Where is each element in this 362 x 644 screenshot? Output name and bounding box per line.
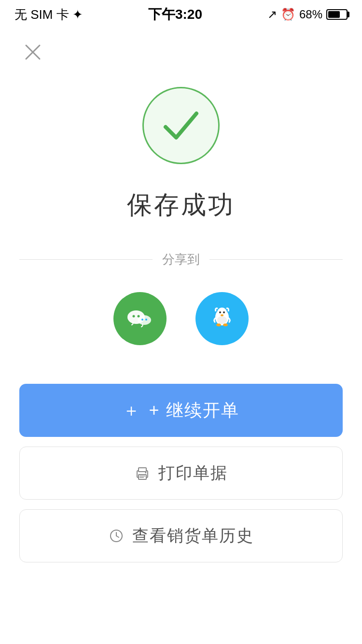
print-button[interactable]: 打印单据 xyxy=(19,447,343,500)
sim-status: 无 SIM 卡 ✦ xyxy=(14,6,83,23)
close-button[interactable] xyxy=(19,39,46,68)
location-icon: ↗ xyxy=(267,8,277,21)
svg-point-21 xyxy=(145,472,147,474)
share-icons xyxy=(113,292,249,345)
svg-rect-18 xyxy=(139,475,146,479)
svg-point-14 xyxy=(216,323,221,326)
share-divider: 分享到 xyxy=(19,251,343,268)
success-circle xyxy=(142,87,220,164)
status-bar: 无 SIM 卡 ✦ 下午3:20 ↗ ⏰ 68% xyxy=(0,0,362,29)
history-icon xyxy=(108,528,125,544)
printer-icon xyxy=(134,465,151,481)
wechat-share-button[interactable] xyxy=(113,292,167,345)
main-content: 保存成功 分享到 xyxy=(0,29,362,644)
battery-percent: 68% xyxy=(299,8,322,21)
history-label: 查看销货单历史 xyxy=(132,525,254,547)
success-title: 保存成功 xyxy=(127,188,235,222)
status-time: 下午3:20 xyxy=(148,5,202,24)
divider-label: 分享到 xyxy=(162,251,200,268)
status-right: ↗ ⏰ 68% xyxy=(267,8,348,21)
status-left: 无 SIM 卡 ✦ xyxy=(14,6,83,23)
svg-point-11 xyxy=(223,311,225,313)
svg-point-13 xyxy=(217,316,227,324)
svg-point-10 xyxy=(219,311,221,313)
svg-point-15 xyxy=(223,323,228,326)
qq-share-button[interactable] xyxy=(195,292,249,345)
svg-point-6 xyxy=(141,319,143,321)
alarm-icon: ⏰ xyxy=(281,8,295,21)
print-label: 打印单据 xyxy=(158,462,228,484)
svg-point-4 xyxy=(133,315,135,318)
svg-point-12 xyxy=(221,314,223,316)
close-icon xyxy=(24,43,42,61)
svg-point-7 xyxy=(145,319,147,321)
history-button[interactable]: 查看销货单历史 xyxy=(19,509,343,562)
qq-icon xyxy=(206,303,238,335)
continue-order-button[interactable]: ＋ + 继续开单 xyxy=(19,384,343,437)
svg-line-24 xyxy=(116,536,119,537)
wechat-icon xyxy=(124,303,156,335)
checkmark-icon xyxy=(162,109,200,142)
plus-icon: ＋ xyxy=(123,399,141,422)
divider-right xyxy=(209,259,343,260)
svg-point-5 xyxy=(138,315,140,318)
action-buttons: ＋ + 继续开单 打印单据 查看销货单历史 xyxy=(19,384,343,562)
continue-order-label: + 继续开单 xyxy=(149,399,239,422)
svg-rect-17 xyxy=(139,468,146,472)
battery-icon xyxy=(326,9,348,20)
divider-left xyxy=(19,259,153,260)
